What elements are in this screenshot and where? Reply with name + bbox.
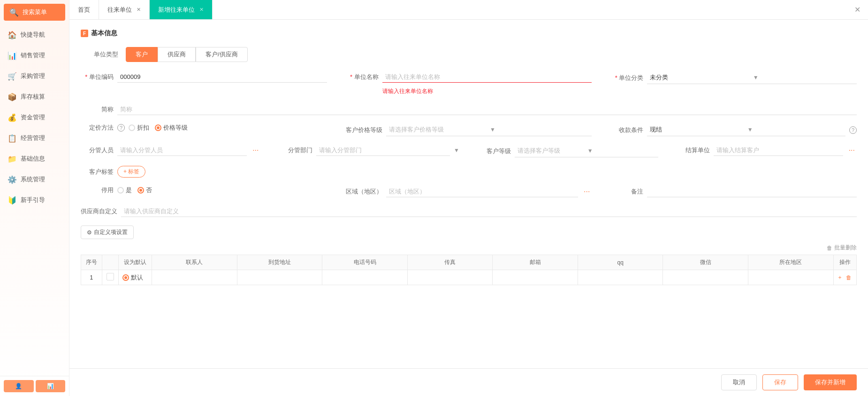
pricing-radio-level[interactable]: 价格等级 [155,124,188,132]
manager-label: 分管人员 [81,146,114,155]
tab-home[interactable]: 首页 [69,0,99,19]
sidebar-search-label: 搜索菜单 [23,8,47,16]
disabled-radio-no[interactable]: 否 [137,186,152,194]
unit-code-label: 单位编码 [81,73,114,81]
sidebar-item-purchase[interactable]: 🛒 采购管理 [0,66,69,86]
row-address[interactable] [237,270,322,285]
disabled-radio-yes[interactable]: 是 [117,186,132,194]
type-btn-supplier[interactable]: 供应商 [158,47,196,62]
row-add-btn[interactable]: + [838,274,842,281]
tag-add-button[interactable]: + 标签 [117,166,145,178]
sidebar-item-new-guide[interactable]: 🔰 新手引导 [0,190,69,210]
row-default-label: 默认 [131,273,143,282]
save-new-button[interactable]: 保存并新增 [804,374,857,390]
sidebar-item-label: 销售管理 [21,51,45,60]
tab-counterparty[interactable]: 往来单位 ✕ [99,0,150,19]
row-wechat[interactable] [663,270,748,285]
row-delete-btn[interactable]: 🗑 [846,274,852,281]
pricing-radio-discount-circle [129,124,135,131]
payment-value: 现结 [650,125,745,134]
customer-price-arrow: ▼ [490,126,589,133]
customer-level-select[interactable]: 请选择客户等级 ▼ [515,145,658,157]
sidebar-stats-btn[interactable]: 📊 [36,380,66,392]
tab-counterparty-close[interactable]: ✕ [137,7,141,13]
row-email-input[interactable] [496,274,574,281]
disabled-label: 停用 [81,186,114,194]
row-contact[interactable] [152,270,237,285]
manager-dots[interactable]: ··· [251,146,260,155]
customer-price-label: 客户价格等级 [346,126,382,134]
tab-counterparty-label: 往来单位 [107,6,132,14]
customer-price-select[interactable]: 请选择客户价格等级 ▼ [386,124,592,136]
type-btn-customer[interactable]: 客户 [126,47,158,62]
unit-name-error: 请输入往来单位名称 [382,87,433,95]
row-default-radio[interactable]: 默认 [122,273,148,282]
field-disabled: 停用 是 否 [81,186,327,194]
sidebar-search-menu[interactable]: 🔍 搜索菜单 [4,4,65,21]
purchase-icon: 🛒 [8,71,17,81]
col-no: 序号 [81,255,102,270]
custom-settings-button[interactable]: ⚙ 自定义项设置 [81,225,134,239]
form-row-5: 客户标签 + 标签 [81,166,857,178]
unit-code-input[interactable] [117,71,327,83]
row-region[interactable] [748,270,834,285]
field-remarks: 备注 [610,186,857,197]
settlement-dots[interactable]: ··· [847,146,857,155]
sidebar-user-btn[interactable]: 👤 [4,380,34,392]
sidebar-bottom: 👤 📊 [0,376,69,396]
row-phone[interactable] [322,270,408,285]
row-address-input[interactable] [241,274,319,281]
form-row-2: 简称 [81,104,857,115]
row-checkbox[interactable] [107,273,114,280]
bulk-delete-area: 🗑 批量删除 [81,244,857,252]
department-label: 分管部门 [280,146,312,155]
payment-select[interactable]: 现结 ▼ [647,124,845,136]
tab-add-counterparty-close[interactable]: ✕ [199,7,204,13]
row-fax[interactable] [407,270,493,285]
row-phone-input[interactable] [326,274,404,281]
type-btn-both[interactable]: 客户/供应商 [196,47,248,62]
field-unit-name: 单位名称 请输入往来单位名称 [346,71,592,95]
field-unit-code: 单位编码 [81,71,327,83]
pricing-radio-level-circle [155,124,161,131]
bulk-delete-button[interactable]: 🗑 批量删除 [827,244,857,252]
home-icon: 🏠 [8,30,17,39]
disabled-radio-no-circle [137,187,144,194]
sidebar-item-base-info[interactable]: 📁 基础信息 [0,148,69,169]
sidebar-item-system[interactable]: ⚙️ 系统管理 [0,169,69,190]
pricing-help-icon[interactable]: ? [117,124,125,132]
region-input[interactable] [386,186,578,197]
pricing-radio-discount[interactable]: 折扣 [129,124,149,132]
tab-add-counterparty[interactable]: 新增往来单位 ✕ [150,0,213,19]
col-contact: 联系人 [152,255,237,270]
row-qq[interactable] [578,270,663,285]
sidebar-item-operations[interactable]: 📋 经营管理 [0,128,69,148]
row-wechat-input[interactable] [667,274,744,281]
manager-input[interactable] [117,145,247,156]
region-label: 区域（地区） [346,187,382,196]
unit-category-select[interactable]: 未分类 ▼ [647,71,857,84]
global-close-btn[interactable]: ✕ [847,0,868,19]
short-name-input[interactable] [117,104,857,115]
unit-name-input[interactable] [382,71,592,83]
row-contact-input[interactable] [156,274,233,281]
form-row-3: 定价方法 ? 折扣 价格等级 客户价格等级 请选择客户价格等级 [81,124,857,136]
row-region-input[interactable] [752,274,830,281]
row-qq-input[interactable] [582,274,659,281]
cancel-button[interactable]: 取消 [721,374,757,390]
row-email[interactable] [493,270,578,285]
sidebar-item-sales[interactable]: 📊 销售管理 [0,45,69,66]
supplier-custom-input[interactable] [121,206,857,217]
sidebar-item-finance[interactable]: 💰 资金管理 [0,107,69,128]
settlement-input[interactable] [714,145,843,156]
save-button[interactable]: 保存 [762,374,798,390]
remarks-input[interactable] [647,186,857,197]
payment-help-icon[interactable]: ? [849,126,857,134]
sidebar-item-quick-nav[interactable]: 🏠 快捷导航 [0,24,69,45]
department-input[interactable] [316,145,450,156]
row-fax-input[interactable] [411,274,489,281]
sidebar-item-inventory[interactable]: 📦 库存核算 [0,86,69,107]
region-dots[interactable]: ··· [582,187,592,196]
field-customer-price: 客户价格等级 请选择客户价格等级 ▼ [346,124,592,136]
unit-name-label: 单位名称 [346,73,379,81]
